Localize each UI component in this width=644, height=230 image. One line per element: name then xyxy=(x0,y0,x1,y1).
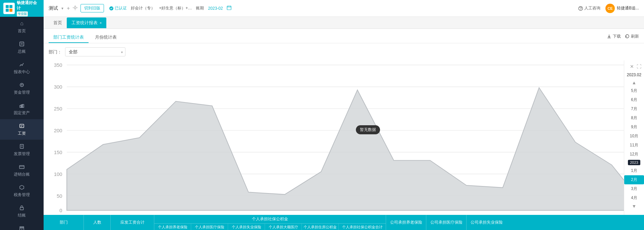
svg-rect-31 xyxy=(227,6,231,10)
chart-right-wrapper: 350 300 250 200 150 100 50 0 暂无数据 xyxy=(44,60,644,215)
period-value: 2023-02 xyxy=(208,6,223,11)
right-panel: ✕ ⛶ 2023.02 ▲ 5月 6月 7月 8月 9月 10月 11月 12月… xyxy=(624,60,644,215)
tab-close-icon[interactable]: × xyxy=(100,21,102,25)
switch-old-btn[interactable]: 切到旧版 xyxy=(80,4,104,12)
consult-btn[interactable]: 人工咨询 xyxy=(578,5,600,11)
sidebar-item-payroll[interactable]: 工资 xyxy=(0,119,44,140)
period-label: 账期 xyxy=(196,5,204,11)
sidebar-item-fixed[interactable]: 固定资产 xyxy=(0,99,44,119)
logo-icon xyxy=(3,3,15,14)
sidebar-item-invoices[interactable]: 发票管理 xyxy=(0,140,44,160)
sales-icon xyxy=(18,164,25,170)
panel-close-area: ✕ ⛶ xyxy=(624,62,644,71)
calendar-icon[interactable] xyxy=(227,5,231,11)
sidebar-label-invoices: 发票管理 xyxy=(14,151,30,157)
personal-group-cols: 个人承担养老保险 个人承担医疗保险 个人承担失业保险 个人承担大额医疗 个人承担… xyxy=(154,224,386,230)
close-panel-icon[interactable]: ✕ xyxy=(630,64,634,69)
month-9[interactable]: 9月 xyxy=(624,123,644,132)
col-c-medical: 公司承担医疗保险 xyxy=(426,215,467,230)
sidebar-item-assets[interactable]: 资金管理 xyxy=(0,78,44,99)
svg-rect-2 xyxy=(6,9,9,12)
sidebar-label-ledger: 总账 xyxy=(18,49,26,54)
svg-marker-21 xyxy=(20,185,24,189)
svg-rect-4 xyxy=(20,42,24,46)
download-btn[interactable]: 下载 xyxy=(607,34,621,39)
avatar: CE xyxy=(605,4,615,13)
sidebar-item-closing[interactable]: 结账 xyxy=(0,201,44,222)
sidebar-label-closing: 结账 xyxy=(18,213,26,218)
sidebar-label-fixed: 固定资产 xyxy=(14,110,30,116)
svg-text:200: 200 xyxy=(54,128,62,133)
svg-rect-0 xyxy=(6,5,9,8)
user-name: 轻捷通B追... xyxy=(617,5,639,11)
settings-gear-icon[interactable] xyxy=(72,5,78,11)
sidebar: 畅捷通好会计 专业版 ⌂ 首页 总账 报表中心 资金管理 xyxy=(0,0,44,230)
payroll-icon xyxy=(18,123,25,129)
dept-filter-label: 部门： xyxy=(49,49,62,55)
dept-select-wrapper: 全部 销售部 技术部 行政部 ▾ xyxy=(65,47,125,56)
tab-payroll-report[interactable]: 工资统计报表 × xyxy=(67,17,106,28)
refresh-btn[interactable]: 刷新 xyxy=(625,34,639,39)
month-8[interactable]: 8月 xyxy=(624,113,644,123)
content-area: 部门工资统计表 月份统计表 下载 刷新 部门： xyxy=(44,29,644,230)
svg-text:150: 150 xyxy=(54,150,62,155)
filter-bar: 部门： 全部 销售部 技术部 行政部 ▾ xyxy=(44,43,644,60)
month-7[interactable]: 7月 xyxy=(624,104,644,113)
dropdown-arrow-icon[interactable]: ▾ xyxy=(61,6,63,11)
table-footer: 部门 人数 应发工资合计 个人承担社保公积金 个人承担养老保险 个人承担医疗保险… xyxy=(44,215,644,230)
sidebar-item-archive[interactable]: 归档管理 xyxy=(0,222,44,230)
sidebar-label-sales: 进销台账 xyxy=(14,172,30,177)
year-nav: ▲ 5月 6月 7月 8月 9月 10月 11月 12月 2023 1月 2月 … xyxy=(624,79,644,210)
subtab-list: 部门工资统计表 月份统计表 xyxy=(49,32,121,43)
sidebar-label-assets: 资金管理 xyxy=(14,90,30,95)
svg-rect-12 xyxy=(21,105,23,107)
sidebar-item-reports[interactable]: 报表中心 xyxy=(0,58,44,78)
sidebar-label-payroll: 工资 xyxy=(18,131,26,136)
sidebar-label-reports: 报表中心 xyxy=(14,69,30,75)
svg-rect-10 xyxy=(20,105,21,107)
year-nav-up-icon[interactable]: ▲ xyxy=(632,79,637,86)
year-nav-down-icon[interactable]: ▼ xyxy=(632,202,637,210)
reports-icon xyxy=(18,61,25,68)
col-c-pension: 公司承担养老保险 xyxy=(386,215,426,230)
svg-rect-24 xyxy=(20,228,24,230)
month-jan[interactable]: 1月 xyxy=(624,166,644,175)
svg-text:350: 350 xyxy=(54,62,62,68)
month-feb[interactable]: 2月 xyxy=(624,175,644,184)
company-name: 测试 xyxy=(49,5,58,11)
sidebar-logo: 畅捷通好会计 专业版 xyxy=(0,0,44,17)
subtab-monthly[interactable]: 月份统计表 xyxy=(90,32,121,43)
subtab-dept[interactable]: 部门工资统计表 xyxy=(49,32,89,43)
dept-select[interactable]: 全部 销售部 技术部 行政部 xyxy=(65,47,125,56)
sidebar-item-sales[interactable]: 进销台账 xyxy=(0,160,44,181)
logo-svg xyxy=(5,5,13,12)
tab-home[interactable]: 首页 xyxy=(49,17,67,28)
home-icon: ⌂ xyxy=(18,20,25,27)
month-10[interactable]: 10月 xyxy=(624,132,644,141)
consult-label: 人工咨询 xyxy=(584,5,600,11)
chart-tooltip: 暂无数据 xyxy=(356,125,380,134)
month-apr[interactable]: 4月 xyxy=(624,193,644,202)
tabbar: 首页 工资统计报表 × xyxy=(44,17,644,29)
fixed-icon xyxy=(18,102,25,109)
month-12[interactable]: 12月 xyxy=(624,150,644,159)
sidebar-item-home[interactable]: ⌂ 首页 xyxy=(0,17,44,37)
month-6[interactable]: 6月 xyxy=(624,95,644,104)
plus-icon[interactable]: + xyxy=(67,5,70,11)
month-11[interactable]: 11月 xyxy=(624,141,644,150)
expand-panel-icon[interactable]: ⛶ xyxy=(637,64,641,69)
status-biz: +好生意（标）+… xyxy=(159,5,192,11)
certified-text: 已认证 xyxy=(115,5,127,11)
sidebar-item-tax[interactable]: 税务管理 xyxy=(0,181,44,201)
col-salary: 应发工资合计 xyxy=(111,215,154,230)
topbar-right: 人工咨询 CE 轻捷通B追... xyxy=(578,4,639,13)
col-p-unemployment: 个人承担失业保险 xyxy=(228,224,265,230)
app-name: 畅捷通好会计 xyxy=(17,0,40,11)
month-mar[interactable]: 3月 xyxy=(624,184,644,193)
month-5[interactable]: 5月 xyxy=(624,86,644,95)
personal-group: 个人承担社保公积金 个人承担养老保险 个人承担医疗保险 个人承担失业保险 个人承… xyxy=(154,215,386,230)
area-chart: 350 300 250 200 150 100 50 0 xyxy=(49,60,639,215)
sidebar-item-ledger[interactable]: 总账 xyxy=(0,37,44,58)
year-2023-badge: 2023 xyxy=(628,160,640,165)
svg-rect-22 xyxy=(20,208,23,210)
